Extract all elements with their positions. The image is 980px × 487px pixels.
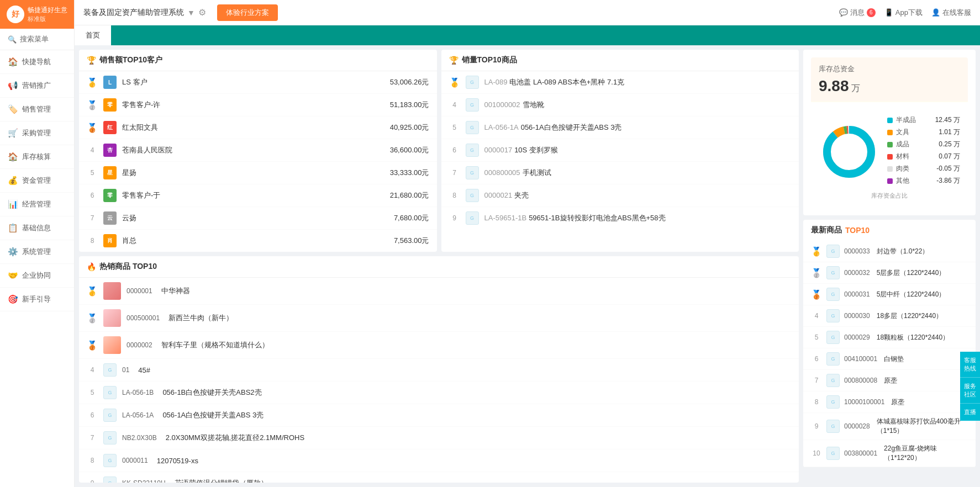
product-thumb: G <box>466 144 479 157</box>
sales-qty-top10-card: 🏆 销量TOP10商品 🥇 G LA-089电池盖 LA-089 ABS本色+黑… <box>441 50 799 252</box>
message-icon: 💬 <box>839 8 848 17</box>
list-item: 4 G 0000030 18多层（1220*2440） <box>803 305 976 327</box>
content-area: 🏆 销售额TOP10客户 🥇 L LS 客户 53,006.26元 <box>75 45 980 487</box>
new-products-header: 最新商品 TOP10 <box>803 220 976 241</box>
online-service-btn[interactable]: 👤 在线客服 <box>931 8 971 18</box>
inventory-label: 库存资金占比 <box>819 192 960 200</box>
product-thumb: G <box>466 189 479 202</box>
legend-dot <box>887 142 893 147</box>
customer-service-btn[interactable]: 客服 热线 <box>960 352 980 378</box>
sales-qty-top10-header: 🏆 销量TOP10商品 <box>441 50 799 71</box>
hot-products-list: 🥇 0000001 中华神器 🥈 000500001 <box>79 278 799 483</box>
avatar: L <box>103 76 117 89</box>
sidebar-item-quick-nav[interactable]: 🏠 快捷导航 <box>0 50 74 74</box>
sidebar-item-marketing[interactable]: 📢 营销推广 <box>0 74 74 98</box>
sidebar-item-basic-info[interactable]: 📋 基础信息 <box>0 216 74 240</box>
avatar: 星 <box>103 166 117 179</box>
list-item: 8 G 0000011 12070519-xs <box>79 449 799 472</box>
product-thumb: G <box>466 166 479 179</box>
table-row: 🥈 零 零售客户-许 51,183.00元 <box>79 94 437 117</box>
search-icon: 🔍 <box>8 35 17 44</box>
legend-item: 其他 -3.86 万 <box>887 176 960 186</box>
app-download-btn[interactable]: 📱 App下载 <box>884 8 923 18</box>
customers-top10-header: 🏆 销售额TOP10客户 <box>79 50 437 71</box>
phone-icon: 📱 <box>884 8 893 17</box>
nav-tabs: 首页 <box>75 25 980 45</box>
list-item: 6 G LA-056-1A 056-1A白色按键开关盖ABS 3壳 <box>79 404 799 427</box>
table-row: 4 G 001000002雪地靴 <box>441 94 799 117</box>
legend-dot <box>887 154 893 160</box>
product-thumb: G <box>466 211 479 225</box>
system-icon: ⚙️ <box>8 247 18 257</box>
product-thumb: G <box>103 363 117 377</box>
purchase-icon: 🛒 <box>8 128 18 138</box>
sidebar-item-finance[interactable]: 💰 资金管理 <box>0 169 74 193</box>
table-row: 🥇 L LS 客户 53,006.26元 <box>79 71 437 94</box>
marketing-icon: 📢 <box>8 81 18 91</box>
avatar: 零 <box>103 98 117 112</box>
table-row: 6 零 零售客户-于 21,680.00元 <box>79 184 437 207</box>
sidebar-item-system[interactable]: ⚙️ 系统管理 <box>0 240 74 264</box>
main-area: 装备及固定资产辅助管理系统 ▼ ⚙ 体验行业方案 💬 消息 6 📱 App下载 … <box>75 0 980 487</box>
community-btn[interactable]: 服务 社区 <box>960 378 980 404</box>
home-icon: 🏠 <box>8 57 18 67</box>
customers-top10-list: 🥇 L LS 客户 53,006.26元 🥈 零 零售客户-许 51,183.0… <box>79 71 437 252</box>
product-thumb: G <box>826 288 840 301</box>
avatar: 红 <box>103 121 117 134</box>
legend-item: 文具 1.01 万 <box>887 128 960 137</box>
product-thumb: G <box>103 454 117 467</box>
community-label-2: 社区 <box>964 391 976 398</box>
sidebar-item-operations[interactable]: 📊 经营管理 <box>0 193 74 216</box>
topbar-right: 💬 消息 6 📱 App下载 👤 在线客服 <box>839 8 971 18</box>
legend-item: 成品 0.25 万 <box>887 140 960 149</box>
table-row: 9 G LA-59651-1B59651-1B旋转投影灯电池盒ABS黑色+58壳 <box>441 207 799 229</box>
inventory-chart-area: 半成品 12.45 万 文具 1.01 万 成品 0 <box>819 115 960 188</box>
topbar: 装备及固定资产辅助管理系统 ▼ ⚙ 体验行业方案 💬 消息 6 📱 App下载 … <box>75 0 980 25</box>
rank-icon: 🥉 <box>87 123 98 133</box>
inventory-legend: 半成品 12.45 万 文具 1.01 万 成品 0 <box>887 115 960 188</box>
inventory-unit: 万 <box>851 83 860 94</box>
float-buttons: 客服 热线 服务 社区 直播 <box>960 352 980 421</box>
product-thumb: G <box>826 245 840 258</box>
trophy-icon: 🏆 <box>87 56 96 65</box>
new-products-card: 最新商品 TOP10 🥇 G 0000033 封边带（1.0*22） 🥈 G 0… <box>803 220 976 467</box>
product-thumb: G <box>466 98 479 112</box>
dropdown-icon[interactable]: ▼ <box>187 8 195 17</box>
tab-home[interactable]: 首页 <box>75 25 111 45</box>
product-thumb: G <box>466 121 479 134</box>
search-menu[interactable]: 🔍 搜索菜单 <box>0 29 74 50</box>
list-item: 🥉 G 0000031 5层中纤（1220*2440） <box>803 284 976 305</box>
live-btn[interactable]: 直播 <box>960 404 980 421</box>
inventory-card: 库存总资金 9.88 万 <box>803 50 976 215</box>
product-thumb: G <box>826 420 840 433</box>
product-thumb: G <box>826 447 840 460</box>
sidebar-item-sales[interactable]: 🏷️ 销售管理 <box>0 98 74 121</box>
legend-dot <box>887 118 893 123</box>
list-item: 5 G 0000029 18颗粒板（1220*2440） <box>803 327 976 348</box>
table-row: 🥇 G LA-089电池盖 LA-089 ABS本色+黑种 7.1克 <box>441 71 799 94</box>
table-row: 7 云 云扬 7,680.00元 <box>79 207 437 230</box>
settings-icon[interactable]: ⚙ <box>198 7 206 18</box>
messages-btn[interactable]: 💬 消息 6 <box>839 8 876 18</box>
service-label: 客服 <box>964 357 976 363</box>
list-item: 9 G 0000028 体城嘉核味苏打饮品400毫升（1*15） <box>803 413 976 440</box>
product-thumb: G <box>103 386 117 399</box>
list-item: 6 G 004100001 白钢垫 <box>803 348 976 370</box>
sidebar-item-purchase[interactable]: 🛒 采购管理 <box>0 121 74 145</box>
trial-btn[interactable]: 体验行业方案 <box>217 4 278 21</box>
product-thumb: G <box>826 352 840 366</box>
list-item: 5 G LA-056-1B 056-1B白色按键开关壳ABS2壳 <box>79 382 799 404</box>
sidebar-item-enterprise[interactable]: 🤝 企业协同 <box>0 264 74 288</box>
rank-icon: 🥇 <box>87 77 98 88</box>
list-item: 🥇 G 0000033 封边带（1.0*22） <box>803 241 976 262</box>
product-image <box>103 336 121 354</box>
legend-dot <box>887 166 893 172</box>
service-label-2: 热线 <box>964 365 976 372</box>
sidebar-item-guide[interactable]: 🎯 新手引导 <box>0 288 74 311</box>
product-thumb: G <box>826 374 840 387</box>
legend-item: 半成品 12.45 万 <box>887 115 960 125</box>
avatar: 杏 <box>103 144 117 157</box>
legend-item: 材料 0.07 万 <box>887 152 960 161</box>
basic-info-icon: 📋 <box>8 223 18 233</box>
sidebar-item-inventory[interactable]: 🏠 库存核算 <box>0 145 74 169</box>
